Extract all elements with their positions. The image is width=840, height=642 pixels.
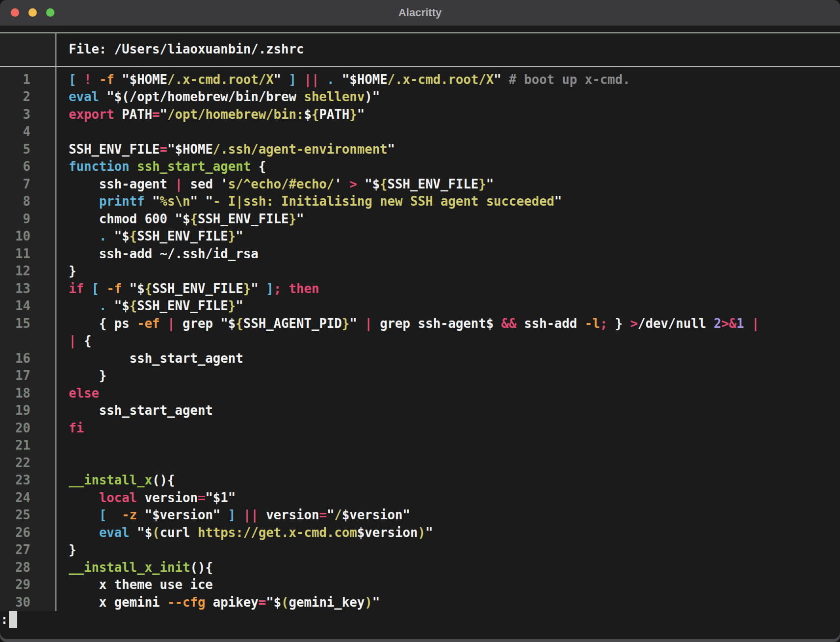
code-token: ] xyxy=(228,508,236,522)
code-token: grep ssh-agent$ xyxy=(372,316,501,331)
code-token: "$HOME xyxy=(334,72,387,87)
code-token xyxy=(69,490,99,505)
code-token: )" xyxy=(365,89,380,104)
code-line: 23__install_x(){ xyxy=(0,472,840,489)
code-token: ] xyxy=(289,72,296,87)
code-token: SSH_ENV_FILE xyxy=(388,177,479,191)
code-token: } xyxy=(69,264,76,278)
code-area[interactable]: 1[ ! -f "$HOME/.x-cmd.root/X" ] || . "$H… xyxy=(0,71,840,611)
code-token: = xyxy=(319,508,326,522)
code-line: 22 xyxy=(0,454,840,472)
code-token: sed ' xyxy=(183,177,228,191)
code-token: -l xyxy=(585,316,600,331)
code-token xyxy=(84,281,91,296)
code-token: /opt/homebrew/bin: xyxy=(167,107,304,122)
code-token: x gemini xyxy=(69,595,167,610)
code-token: --cfg xyxy=(167,595,205,610)
line-content: else xyxy=(55,386,99,401)
line-content: if [ -f "${SSH_ENV_FILE}" ]; then xyxy=(55,281,319,296)
line-number: 5 xyxy=(0,142,55,157)
code-token: "$ xyxy=(357,177,380,191)
code-token: " xyxy=(327,508,334,522)
code-token: . xyxy=(99,298,106,313)
line-number: 1 xyxy=(0,72,55,87)
code-line: 15 { ps -ef | grep "${SSH_AGENT_PID}" | … xyxy=(0,315,840,332)
code-token: " xyxy=(357,107,365,122)
code-token: | xyxy=(167,316,175,331)
code-token: } xyxy=(69,542,76,557)
command-prompt[interactable]: : xyxy=(0,611,17,628)
code-token: ] xyxy=(266,281,273,296)
code-token: "$ xyxy=(130,525,152,540)
code-token: " xyxy=(372,595,380,610)
line-content: . "${SSH_ENV_FILE}" xyxy=(55,298,243,313)
code-line: 18else xyxy=(0,384,840,402)
code-line: | { xyxy=(0,332,840,350)
code-token xyxy=(69,508,99,522)
code-token: | xyxy=(365,316,372,331)
line-number: 21 xyxy=(0,438,55,453)
code-token: version xyxy=(259,508,319,522)
line-content: x theme use ice xyxy=(55,577,213,592)
code-token: eval xyxy=(69,89,99,104)
code-token: { xyxy=(312,107,319,122)
code-token: } xyxy=(342,316,349,331)
code-line: 16 ssh_start_agent xyxy=(0,349,840,367)
code-token xyxy=(106,508,122,522)
line-number: 6 xyxy=(0,159,55,174)
code-token: %s\n xyxy=(160,194,190,209)
code-token xyxy=(69,194,99,209)
code-token: "$ xyxy=(266,595,281,610)
code-token: } xyxy=(349,107,357,122)
code-line: 9 chmod 600 "${SSH_ENV_FILE}" xyxy=(0,210,840,228)
code-line: 12} xyxy=(0,263,840,280)
code-line: 8 printf "%s\n" "- I|ssh: Initialising n… xyxy=(0,193,840,211)
line-content: chmod 600 "${SSH_ENV_FILE}" xyxy=(55,212,304,226)
code-token: apikey xyxy=(205,595,258,610)
line-number: 17 xyxy=(0,368,55,383)
line-content: | { xyxy=(55,333,91,348)
line-number: 4 xyxy=(0,124,55,139)
code-token: SSH_AGENT_PID xyxy=(243,316,342,331)
code-token: SSH_ENV_FILE xyxy=(152,281,243,296)
code-token: " xyxy=(494,72,509,87)
code-token xyxy=(91,72,99,87)
line-content: __install_x(){ xyxy=(55,473,175,487)
code-token: "$HOME xyxy=(114,72,167,87)
line-number: 23 xyxy=(0,473,55,487)
code-token: { xyxy=(76,333,91,348)
code-token: " xyxy=(388,142,395,157)
code-token: -f xyxy=(99,72,114,87)
code-token: ! xyxy=(84,72,91,87)
code-token: /dev/null xyxy=(638,316,714,331)
code-token: /.x-cmd.root/X xyxy=(167,72,274,87)
code-line: 20fi xyxy=(0,419,840,437)
line-number: 28 xyxy=(0,560,55,575)
line-number: 22 xyxy=(0,455,55,470)
code-token: shellenv xyxy=(304,89,365,104)
line-content: SSH_ENV_FILE="$HOME/.ssh/agent-environme… xyxy=(55,142,395,157)
line-number: 2 xyxy=(0,89,55,104)
code-token: { xyxy=(380,177,387,191)
code-token: " xyxy=(349,316,365,331)
line-number: 12 xyxy=(0,264,55,278)
code-token xyxy=(69,298,99,313)
code-token: [ xyxy=(91,281,99,296)
code-token: " xyxy=(160,107,167,122)
prompt-colon: : xyxy=(0,612,8,627)
code-token xyxy=(319,72,326,87)
code-token: /.x-cmd.root/X xyxy=(388,72,494,87)
code-line: 7 ssh-agent | sed 's/^echo/#echo/' > "${… xyxy=(0,175,840,193)
code-token: __install_x xyxy=(69,473,152,487)
terminal-window[interactable]: Alacritty File: /Users/liaoxuanbin/.zshr… xyxy=(0,0,840,639)
title-bar: Alacritty xyxy=(0,0,840,26)
code-line: 21 xyxy=(0,437,840,455)
code-token: SSH_ENV_FILE xyxy=(198,212,289,226)
line-content: x gemini --cfg apikey="$(gemini_key)" xyxy=(55,595,380,610)
line-number: 7 xyxy=(0,177,55,191)
code-token: $ xyxy=(304,107,311,122)
code-line: 29 x theme use ice xyxy=(0,576,840,594)
code-token: } xyxy=(69,368,106,383)
line-number: 19 xyxy=(0,403,55,418)
code-token: | xyxy=(175,177,183,191)
